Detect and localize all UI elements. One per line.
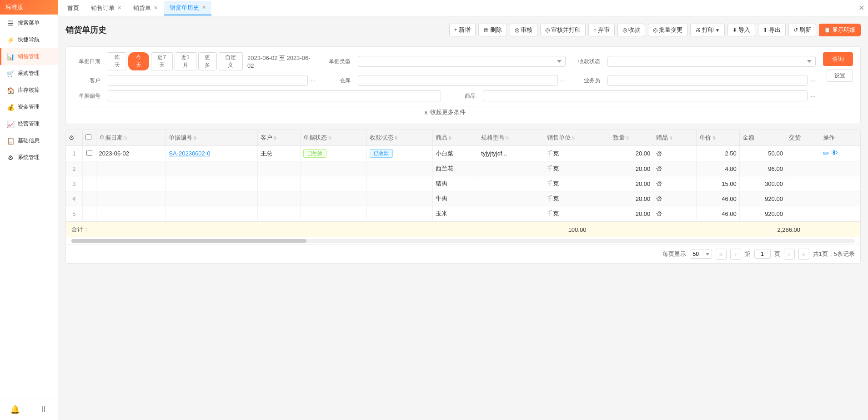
doc-number-link[interactable]: SA-20230602-0 xyxy=(169,150,210,157)
collect-button[interactable]: ◎ 收款 xyxy=(617,24,645,36)
cell-transaction xyxy=(786,176,820,191)
cell-doc-date xyxy=(96,206,166,221)
sidebar-item-purchase-mgmt[interactable]: 🛒 采购管理 xyxy=(0,65,58,82)
cell-action: ✏ 👁 xyxy=(820,146,860,161)
cell-gift: 否 xyxy=(653,191,697,206)
doc-number-field xyxy=(108,90,441,101)
tab-home[interactable]: 首页 xyxy=(62,1,85,15)
filter-row-1: 单据日期 昨天 今天 近7天 近1月 更多 自定义 2023 xyxy=(73,52,816,70)
collect-btn-label: 收款 xyxy=(628,26,640,34)
tab-sales-history-close[interactable]: ✕ xyxy=(202,5,206,10)
sort-unit-icon[interactable]: ⇅ xyxy=(572,135,575,140)
sidebar-item-finance-mgmt[interactable]: 💰 资金管理 xyxy=(0,99,58,115)
prev-page-button[interactable]: ‹ xyxy=(730,249,741,260)
sort-spec-icon[interactable]: ⇅ xyxy=(506,135,509,140)
export-icon: ⬆ xyxy=(763,27,768,33)
sidebar-item-inventory-calc[interactable]: 🏠 库存核算 xyxy=(0,82,58,99)
goods-dots[interactable]: ··· xyxy=(810,92,816,100)
sort-goods-icon[interactable]: ⇅ xyxy=(448,135,452,140)
last-page-button[interactable]: » xyxy=(798,249,809,260)
tab-sales-goods[interactable]: 销货单 ✕ xyxy=(128,1,163,15)
sort-doc-number-icon[interactable]: ⇅ xyxy=(193,135,197,140)
date-btn-yesterday[interactable]: 昨天 xyxy=(108,52,126,70)
cell-transaction xyxy=(786,146,820,161)
abandon-button[interactable]: ○ 弃审 xyxy=(588,24,615,36)
page-size-select[interactable]: 50 100 200 xyxy=(690,250,712,259)
edit-icon[interactable]: ✏ xyxy=(823,149,829,158)
horizontal-scrollbar[interactable] xyxy=(71,239,855,243)
view-icon[interactable]: 👁 xyxy=(831,149,838,158)
gear-icon[interactable]: ⚙ xyxy=(69,134,75,141)
audit-print-btn-label: 审核并打印 xyxy=(551,26,581,34)
sidebar-item-sales-mgmt[interactable]: 📊 销售管理 xyxy=(0,48,58,65)
sort-doc-status-icon[interactable]: ⇅ xyxy=(328,135,331,140)
th-goods: 商品 ⇅ xyxy=(432,130,478,146)
date-btn-custom[interactable]: 自定义 xyxy=(219,52,243,70)
add-button[interactable]: + 新增 xyxy=(449,24,476,36)
doc-number-label: 单据编号 xyxy=(73,92,100,100)
batch-change-button[interactable]: ◎ 批量变更 xyxy=(648,24,687,36)
import-button[interactable]: ⬇ 导入 xyxy=(728,24,755,36)
sort-customer-icon[interactable]: ⇅ xyxy=(273,135,277,140)
import-icon: ⬇ xyxy=(733,27,737,33)
query-button[interactable]: 查询 xyxy=(823,52,853,66)
payment-status-select[interactable] xyxy=(607,56,816,67)
sort-payment-status-icon[interactable]: ⇅ xyxy=(394,135,398,140)
export-button[interactable]: ⬆ 导出 xyxy=(758,24,786,36)
audit-print-button[interactable]: ◎ 审核并打印 xyxy=(540,24,586,36)
sidebar-item-label: 基础信息 xyxy=(18,137,40,145)
th-doc-status: 单据状态 ⇅ xyxy=(301,130,366,146)
tab-sales-goods-close[interactable]: ✕ xyxy=(154,5,158,11)
print-button[interactable]: 🖨 打印 ▼ xyxy=(690,24,725,36)
tab-sales-order-close[interactable]: ✕ xyxy=(117,5,121,11)
show-details-button[interactable]: 📋 显示明细 xyxy=(819,24,861,36)
add-btn-label: 新增 xyxy=(459,26,471,34)
audit-button[interactable]: ◎ 审核 xyxy=(510,24,537,36)
audit-btn-label: 审核 xyxy=(521,26,532,34)
first-page-button[interactable]: « xyxy=(716,249,727,260)
pause-icon[interactable]: ⏸ xyxy=(38,403,50,416)
sidebar-item-ops-mgmt[interactable]: 📈 经营管理 xyxy=(0,115,58,132)
cell-qty: 20.00 xyxy=(610,161,653,176)
refresh-button[interactable]: ↺ 刷新 xyxy=(788,24,816,36)
data-table: ⚙ 单据日期 ⇅ 单据编号 xyxy=(66,130,860,221)
sidebar-item-search-menu[interactable]: ☰ 搜索菜单 xyxy=(0,15,58,31)
sort-qty-icon[interactable]: ⇅ xyxy=(626,135,629,140)
sort-unit-price-icon[interactable]: ⇅ xyxy=(712,135,716,140)
page-content: 销货单历史 + 新增 🗑 删除 ◎ 审核 ◎ 审核并打印 xyxy=(58,16,868,420)
window-close-icon[interactable]: ✕ xyxy=(858,4,864,12)
sidebar-item-system-mgmt[interactable]: ⚙ 系统管理 xyxy=(0,149,58,166)
page-input[interactable] xyxy=(754,250,771,259)
doc-number-input[interactable] xyxy=(108,90,441,101)
cell-payment-status xyxy=(366,191,432,206)
warehouse-dots[interactable]: ··· xyxy=(561,77,566,84)
tab-sales-history[interactable]: 销货单历史 ✕ xyxy=(164,1,211,15)
select-all-checkbox[interactable] xyxy=(85,134,91,140)
doc-type-select[interactable] xyxy=(358,56,566,67)
sidebar-item-label: 快捷导航 xyxy=(18,36,40,44)
sidebar-header: 标准版 xyxy=(0,0,58,15)
cell-doc-status xyxy=(301,191,366,206)
next-page-button[interactable]: › xyxy=(784,249,795,260)
row-checkbox[interactable] xyxy=(86,150,92,156)
collect-icon: ◎ xyxy=(622,27,627,33)
sidebar-item-basic-info[interactable]: 📋 基础信息 xyxy=(0,132,58,149)
collapse-button[interactable]: ∧ 收起更多条件 xyxy=(73,106,816,118)
settings-button[interactable]: 设置 xyxy=(827,70,853,82)
date-btn-more[interactable]: 更多 xyxy=(198,52,217,70)
date-btn-today[interactable]: 今天 xyxy=(128,52,149,70)
date-btn-1month[interactable]: 近1月 xyxy=(175,52,196,70)
salesperson-dots[interactable]: ··· xyxy=(810,77,816,84)
customer-dots[interactable]: ··· xyxy=(311,77,316,84)
customer-input[interactable] xyxy=(108,75,308,86)
sort-doc-date-icon[interactable]: ⇅ xyxy=(124,135,127,140)
sidebar-item-quick-nav[interactable]: ⚡ 快捷导航 xyxy=(0,31,58,48)
salesperson-input[interactable] xyxy=(607,75,808,86)
delete-button[interactable]: 🗑 删除 xyxy=(478,24,507,36)
notification-icon[interactable]: 🔔 xyxy=(8,403,22,416)
date-btn-7days[interactable]: 近7天 xyxy=(151,52,173,70)
warehouse-input[interactable] xyxy=(358,75,558,86)
goods-input[interactable] xyxy=(483,90,808,101)
tab-sales-order[interactable]: 销售订单 ✕ xyxy=(85,1,127,15)
sort-gift-icon[interactable]: ⇅ xyxy=(669,135,672,140)
